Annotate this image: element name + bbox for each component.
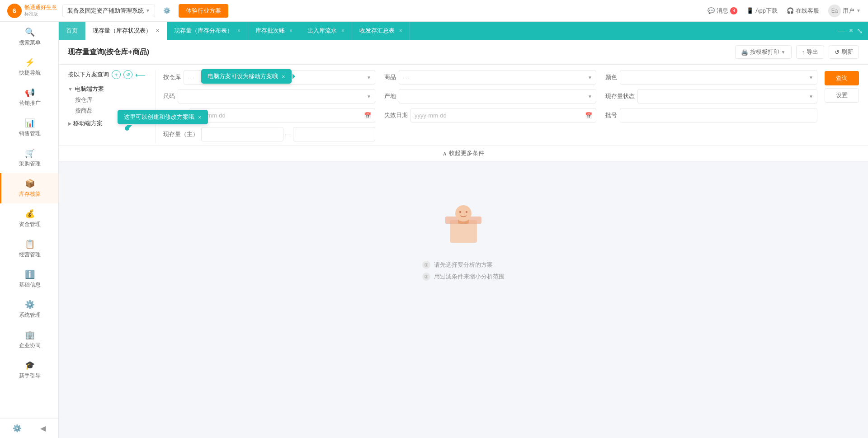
tab-inventory-dist-close[interactable]: × <box>237 28 241 34</box>
sidebar-item-label: 搜索菜单 <box>19 39 41 47</box>
industry-btn[interactable]: 体验行业方案 <box>179 4 228 18</box>
refresh-scheme-icon[interactable]: ↺ <box>123 70 132 79</box>
online-support-item[interactable]: 🎧 在线客服 <box>787 7 819 15</box>
tab-home-label: 首页 <box>66 27 78 35</box>
bottom-collapse-icon[interactable]: ◀ <box>40 424 46 433</box>
sidebar-item-label: 快捷导航 <box>19 69 41 77</box>
tab-inventory-status-close[interactable]: × <box>156 28 159 34</box>
prod-date-start-cal-icon: 📅 <box>364 112 371 119</box>
sidebar-item-label: 基础信息 <box>19 281 41 289</box>
expire-date-input[interactable]: yyyy-mm-dd 📅 <box>410 108 596 122</box>
logo-icon: 6 <box>7 4 22 18</box>
tab-collect-summary-label: 收发存汇总表 <box>359 27 395 35</box>
step1-text: 请先选择要分析的方案 <box>434 261 493 269</box>
message-label: 消息 <box>717 7 728 15</box>
user-label: 用户 <box>843 7 854 15</box>
sidebar-item-system[interactable]: ⚙️ 系统管理 <box>0 294 58 325</box>
sidebar-menu: 🔍 搜索菜单 ⚡ 快捷导航 📢 营销推广 📊 销售管理 🛒 采购管理 <box>0 22 58 418</box>
filter-field-origin: 产地 ▼ <box>384 89 596 104</box>
tooltip-scheme-mobile-close[interactable]: × <box>282 73 285 80</box>
sidebar-item-label: 系统管理 <box>19 311 41 319</box>
sidebar-item-marketing[interactable]: 📢 营销推广 <box>0 82 58 113</box>
filter-field-goods: 商品 ··· ▼ <box>384 70 596 85</box>
stock-main-start[interactable] <box>201 127 283 141</box>
svg-point-5 <box>455 205 472 221</box>
content-area: 首页 现存量（库存状况表） × 现存量（库存分布表） × 库存批次账 × 出入库… <box>59 22 868 438</box>
box-icon: 📦 <box>25 179 35 188</box>
sidebar-item-enterprise[interactable]: 🏢 企业协同 <box>0 325 58 355</box>
sidebar-item-label: 库存核算 <box>19 190 41 198</box>
phone-icon: 📱 <box>746 7 754 14</box>
pc-group-label: 电脑端方案 <box>75 85 104 93</box>
system-select[interactable]: 装备及固定资产辅助管理系统 ▼ <box>62 5 155 17</box>
sidebar-item-basic-info[interactable]: ℹ️ 基础信息 <box>0 264 58 294</box>
goods-select[interactable]: ··· ▼ <box>399 70 596 85</box>
sidebar-bottom: ⚙️ ◀ <box>0 418 58 438</box>
top-bar-right: 💬 消息 9 📱 App下载 🎧 在线客服 Ea 用户 ▼ <box>708 5 861 17</box>
tab-inventory-dist[interactable]: 现存量（库存分布表） × <box>167 22 248 40</box>
tab-minimize-icon[interactable]: — <box>838 27 845 35</box>
tooltip-scheme-mobile: 电脑方案可设为移动方案哦 × <box>201 69 292 84</box>
sidebar-item-quick-nav[interactable]: ⚡ 快捷导航 <box>0 52 58 82</box>
scheme-group-pc-title[interactable]: ▼ 电脑端方案 <box>68 84 150 94</box>
scheme-item-pc-1[interactable]: 按仓库 <box>73 94 150 105</box>
system-name: 装备及固定资产辅助管理系统 <box>67 7 144 15</box>
sidebar-item-purchase[interactable]: 🛒 采购管理 <box>0 143 58 173</box>
collapse-btn[interactable]: ∧ 收起更多条件 <box>443 149 484 157</box>
refresh-btn[interactable]: ↺ 刷新 <box>829 45 859 59</box>
color-chevron-icon: ▼ <box>809 75 813 80</box>
origin-label: 产地 <box>384 92 396 100</box>
sidebar-item-management[interactable]: 📋 经营管理 <box>0 234 58 264</box>
reset-btn[interactable]: 设置 <box>825 88 859 103</box>
settings-icon[interactable]: ⚙️ <box>160 5 173 17</box>
tab-batch-ledger-close[interactable]: × <box>289 28 292 34</box>
sidebar-item-search-menu[interactable]: 🔍 搜索菜单 <box>0 22 58 52</box>
tab-batch-ledger[interactable]: 库存批次账 × <box>248 22 300 40</box>
sidebar-item-inventory[interactable]: 📦 库存核算 <box>0 173 58 203</box>
size-select[interactable]: ▼ <box>178 89 375 104</box>
batch-no-input[interactable] <box>620 108 817 122</box>
goods-label: 商品 <box>384 73 396 81</box>
batch-no-input-field[interactable] <box>624 112 813 119</box>
step2-text: 用过滤条件来缩小分析范围 <box>434 273 505 281</box>
building-icon: 🏢 <box>25 330 35 340</box>
filter-field-color: 颜色 ▼ <box>605 70 817 85</box>
export-btn[interactable]: ↑ 导出 <box>796 45 825 59</box>
bottom-settings-icon[interactable]: ⚙️ <box>13 424 22 433</box>
sidebar-item-guide[interactable]: 🎓 新手引导 <box>0 355 58 385</box>
back-arrow-icon[interactable]: ⟵ <box>135 71 146 79</box>
sidebar-item-sales[interactable]: 📊 销售管理 <box>0 113 58 143</box>
color-select[interactable]: ▼ <box>620 70 817 85</box>
print-btn[interactable]: 🖨️ 按模板打印 ▼ <box>735 45 792 59</box>
filter-field-expire-date: 失效日期 yyyy-mm-dd 📅 <box>384 108 596 122</box>
tooltip-scheme-arrow-right <box>292 74 295 79</box>
prod-date-start[interactable]: yyyy-mm-dd 📅 <box>189 108 375 122</box>
print-label: 按模板打印 <box>750 48 779 56</box>
app-download-item[interactable]: 📱 App下载 <box>746 7 778 15</box>
clipboard-icon: 📋 <box>25 239 35 249</box>
message-item[interactable]: 💬 消息 9 <box>708 7 737 15</box>
add-scheme-icon[interactable]: + <box>112 70 121 79</box>
empty-state-step2: ② 用过滤条件来缩小分析范围 <box>422 273 505 281</box>
tab-inout-flow-close[interactable]: × <box>341 28 344 34</box>
search-btn[interactable]: 查询 <box>825 71 859 85</box>
tooltip-edit-scheme-close[interactable]: × <box>198 114 202 121</box>
origin-select[interactable]: ▼ <box>399 89 596 104</box>
user-item[interactable]: Ea 用户 ▼ <box>828 5 861 17</box>
tab-expand-icon[interactable]: ⤡ <box>857 27 863 35</box>
tab-inout-flow[interactable]: 出入库流水 × <box>300 22 352 40</box>
stock-main-end[interactable] <box>293 127 375 141</box>
tab-collect-summary-close[interactable]: × <box>399 28 402 34</box>
sidebar-item-finance[interactable]: 💰 资金管理 <box>0 203 58 234</box>
tab-collect-summary[interactable]: 收发存汇总表 × <box>352 22 410 40</box>
step1-num: ① <box>422 261 430 269</box>
tab-close-all-icon[interactable]: × <box>849 27 853 35</box>
export-label: 导出 <box>807 48 818 56</box>
filter-area: 按以下方案查询 + ↺ ⟵ ▼ 电脑端方案 <box>59 65 868 161</box>
top-bar: 6 畅通通好生意 标准版 装备及固定资产辅助管理系统 ▼ ⚙️ 体验行业方案 💬… <box>0 0 868 22</box>
step2-num: ② <box>422 273 430 281</box>
tab-inventory-status[interactable]: 现存量（库存状况表） × <box>85 22 167 40</box>
stock-status-select[interactable]: ▼ <box>637 89 817 104</box>
stock-main-range: — <box>201 127 375 141</box>
tab-home[interactable]: 首页 <box>59 22 85 40</box>
